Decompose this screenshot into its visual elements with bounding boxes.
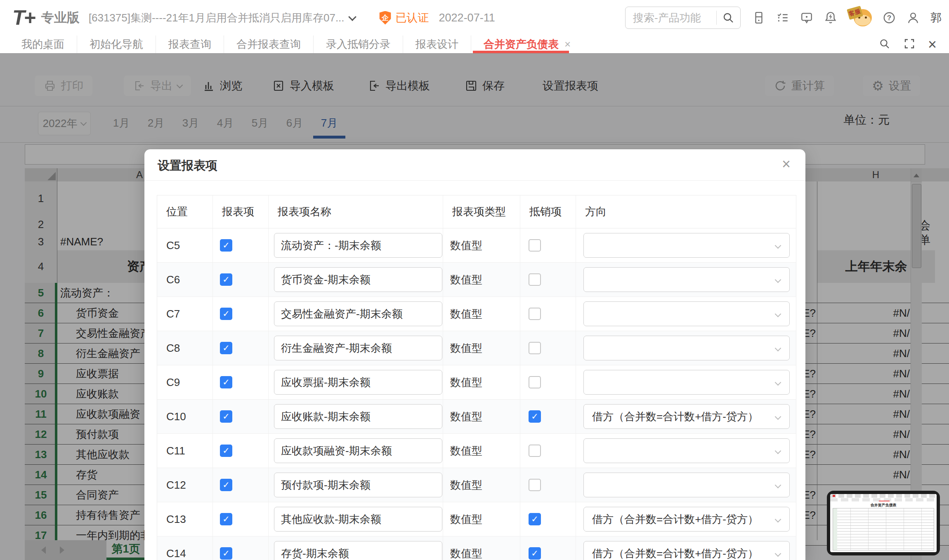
direction-value: 借方（合并数=合计数+借方-贷方） — [584, 546, 770, 560]
report-item-checkbox[interactable] — [220, 308, 232, 320]
search-icon[interactable] — [717, 7, 740, 28]
report-item-checkbox[interactable] — [220, 239, 232, 252]
direction-select[interactable] — [583, 336, 790, 360]
report-item-checkbox[interactable] — [220, 273, 232, 286]
module-tab[interactable]: 合并报表查询 × — [224, 35, 313, 53]
fullscreen-icon[interactable] — [903, 38, 916, 52]
direction-select[interactable] — [583, 267, 790, 292]
module-tab[interactable]: 报表设计 × — [403, 35, 471, 53]
cell-item-type: 数值型 — [443, 400, 520, 433]
calculator-icon[interactable] — [752, 11, 765, 24]
item-name-input[interactable] — [274, 336, 442, 360]
direction-select[interactable] — [583, 301, 790, 326]
offset-checkbox[interactable] — [529, 479, 541, 491]
direction-select[interactable] — [583, 233, 790, 258]
module-tab[interactable]: 初始化导航 × — [77, 35, 156, 53]
report-item-checkbox[interactable] — [220, 376, 232, 388]
report-item-row: C9 数值型 — [157, 365, 796, 400]
cell-item-name — [269, 434, 443, 468]
direction-select[interactable]: 借方（合并数=合计数+借方-贷方） — [583, 541, 790, 560]
certified-badge: 企 已认证 — [379, 10, 429, 25]
user-icon[interactable] — [907, 11, 920, 24]
report-item-checkbox[interactable] — [220, 513, 232, 525]
dialog-close-icon[interactable]: × — [782, 157, 791, 172]
cell-item-type: 数值型 — [443, 263, 520, 296]
offset-checkbox[interactable] — [529, 239, 541, 252]
module-tab[interactable]: 报表查询 × — [156, 35, 224, 53]
module-tab[interactable]: 我的桌面 × — [9, 35, 77, 53]
report-item-row: C12 数值型 — [157, 468, 796, 502]
report-item-checkbox[interactable] — [220, 342, 232, 354]
close-workspace-icon[interactable]: × — [928, 37, 937, 52]
cell-report-item — [213, 331, 269, 365]
report-item-row: C8 数值型 — [157, 331, 796, 365]
support-mascot-icon[interactable]: 客服 — [848, 7, 872, 28]
account-switcher[interactable]: [631375]集测----21年1月启用合并抵消只启用库存07... — [89, 11, 355, 25]
screen-share-thumbnail[interactable]: 合并资产负债表 — [827, 491, 940, 555]
cell-direction: 借方（合并数=合计数+借方-贷方） — [576, 400, 796, 433]
direction-select[interactable] — [583, 370, 790, 395]
task-list-icon[interactable] — [776, 11, 789, 24]
report-item-checkbox[interactable] — [220, 479, 232, 491]
feedback-icon[interactable] — [800, 11, 813, 24]
cell-report-item — [213, 263, 269, 296]
help-icon[interactable]: ? — [883, 11, 896, 24]
thumbnail-report-title: 合并资产负债表 — [830, 503, 937, 508]
thumbnail-table — [833, 508, 934, 551]
search-input[interactable] — [626, 11, 716, 25]
thumbnail-screen: 合并资产负债表 — [830, 494, 937, 552]
report-item-row: C5 数值型 — [157, 228, 796, 263]
report-item-checkbox[interactable] — [220, 445, 232, 457]
cell-item-name — [269, 502, 443, 536]
item-name-input[interactable] — [274, 473, 442, 497]
cell-item-type: 数值型 — [443, 502, 520, 536]
direction-select[interactable]: 借方（合并数=合计数+借方-贷方） — [583, 404, 790, 429]
col-direction: 方向 — [576, 195, 796, 228]
cell-direction — [576, 297, 796, 331]
direction-value: 借方（合并数=合计数+借方-贷方） — [584, 409, 770, 424]
chevron-down-icon — [775, 414, 781, 420]
report-item-row: C6 数值型 — [157, 263, 796, 297]
module-tab[interactable]: 录入抵销分录 × — [313, 35, 403, 53]
tab-label: 报表设计 — [415, 37, 458, 52]
offset-checkbox[interactable] — [529, 547, 541, 560]
user-name[interactable]: 郭 — [930, 10, 942, 25]
set-report-items-dialog: 设置报表项 × 位置 报表项 报表项名称 报表项类型 抵销项 方向 C5 数值型 — [144, 149, 805, 560]
offset-checkbox[interactable] — [529, 342, 541, 354]
offset-checkbox[interactable] — [529, 273, 541, 286]
offset-checkbox[interactable] — [529, 376, 541, 388]
item-name-input[interactable] — [274, 301, 442, 326]
direction-select[interactable] — [583, 438, 790, 463]
report-item-row: C10 数值型 借方（合并数=合计数+借方-贷方） — [157, 400, 796, 434]
product-search[interactable] — [625, 7, 741, 29]
item-name-input[interactable] — [274, 438, 442, 463]
report-item-row: C7 数值型 — [157, 297, 796, 331]
report-item-checkbox[interactable] — [220, 547, 232, 560]
dialog-header: 设置报表项 × — [144, 149, 805, 181]
app-window: T+ 专业版 [631375]集测----21年1月启用合并抵消只启用库存07.… — [0, 0, 949, 560]
report-item-checkbox[interactable] — [220, 410, 232, 423]
offset-checkbox[interactable] — [529, 410, 541, 423]
tab-close-icon[interactable]: × — [564, 38, 571, 51]
offset-checkbox[interactable] — [529, 445, 541, 457]
notification-bell-icon[interactable] — [824, 11, 837, 24]
module-tab[interactable]: 合并资产负债表 × — [471, 35, 583, 53]
item-name-input[interactable] — [274, 370, 442, 395]
dialog-title: 设置报表项 — [158, 158, 217, 174]
item-name-input[interactable] — [274, 233, 442, 258]
tab-list: 我的桌面 × 初始化导航 × 报表查询 × 合并报表查询 × 录入抵销分录 × … — [9, 35, 583, 53]
direction-select[interactable] — [583, 473, 790, 497]
item-name-input[interactable] — [274, 267, 442, 292]
table-header-row: 位置 报表项 报表项名称 报表项类型 抵销项 方向 — [157, 195, 796, 228]
cell-direction: 借方（合并数=合计数+借方-贷方） — [576, 536, 796, 560]
tab-search-icon[interactable] — [878, 38, 891, 52]
direction-select[interactable]: 借方（合并数=合计数+借方-贷方） — [583, 507, 790, 532]
item-name-input[interactable] — [274, 507, 442, 532]
offset-checkbox[interactable] — [529, 513, 541, 525]
cell-offset — [520, 365, 576, 399]
cell-direction — [576, 331, 796, 365]
item-name-input[interactable] — [274, 541, 442, 560]
item-name-input[interactable] — [274, 404, 442, 429]
offset-checkbox[interactable] — [529, 308, 541, 320]
report-item-row: C13 数值型 借方（合并数=合计数+借方-贷方） — [157, 502, 796, 536]
